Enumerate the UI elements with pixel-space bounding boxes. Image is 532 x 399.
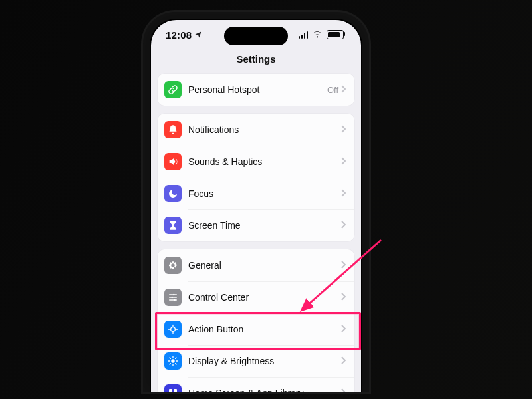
status-time-text: 12:08: [166, 29, 192, 41]
location-icon: [194, 31, 202, 39]
settings-row-screen-time[interactable]: Screen Time: [158, 209, 354, 241]
brightness-icon: [164, 352, 182, 370]
settings-row-notifications[interactable]: Notifications: [158, 114, 354, 146]
battery-icon: [327, 30, 344, 39]
settings-group: GeneralControl CenterAction ButtonDispla…: [158, 249, 354, 392]
page-title: Settings: [151, 53, 361, 71]
settings-group: Personal HotspotOff: [158, 74, 354, 106]
settings-row-label: Display & Brightness: [188, 356, 341, 366]
status-right: [299, 29, 344, 41]
stage: 12:08 Settings Personal HotspotOffNotifi…: [0, 0, 532, 399]
moon-icon: [164, 185, 182, 202]
settings-row-label: Action Button: [188, 324, 341, 334]
settings-row-control-center[interactable]: Control Center: [158, 281, 354, 313]
chevron-right-icon: [341, 323, 348, 335]
settings-row-label: Notifications: [188, 124, 341, 135]
chevron-right-icon: [341, 84, 348, 96]
chevron-right-icon: [341, 355, 348, 367]
settings-row-label: Sounds & Haptics: [188, 156, 341, 167]
settings-row-general[interactable]: General: [158, 249, 354, 281]
settings-row-home-screen-app-library[interactable]: Home Screen & App Library: [158, 377, 354, 392]
dynamic-island: [224, 27, 288, 45]
settings-row-value: Off: [327, 85, 338, 95]
settings-row-label: Focus: [188, 188, 341, 199]
wifi-icon: [312, 29, 323, 41]
settings-row-label: General: [188, 260, 341, 271]
grid-icon: [164, 384, 182, 392]
settings-list: Personal HotspotOffNotificationsSounds &…: [151, 74, 361, 392]
hourglass-icon: [164, 217, 182, 234]
chevron-right-icon: [341, 124, 348, 136]
settings-row-action-button[interactable]: Action Button: [158, 313, 354, 345]
settings-row-sounds-haptics[interactable]: Sounds & Haptics: [158, 146, 354, 178]
action-icon: [164, 321, 182, 338]
chevron-right-icon: [341, 259, 348, 271]
gear-icon: [164, 257, 182, 274]
settings-row-label: Personal Hotspot: [188, 84, 327, 95]
cell-signal-icon: [299, 31, 309, 39]
speaker-icon: [164, 153, 182, 170]
settings-row-label: Control Center: [188, 292, 341, 303]
settings-row-personal-hotspot[interactable]: Personal HotspotOff: [158, 74, 354, 106]
chevron-right-icon: [341, 387, 348, 392]
settings-row-label: Home Screen & App Library: [188, 388, 341, 392]
phone-frame: 12:08 Settings Personal HotspotOffNotifi…: [143, 12, 369, 392]
sliders-icon: [164, 289, 182, 306]
phone-bezel: 12:08 Settings Personal HotspotOffNotifi…: [150, 19, 362, 392]
status-time: 12:08: [166, 29, 202, 41]
chevron-right-icon: [341, 219, 348, 231]
settings-row-display-brightness[interactable]: Display & Brightness: [158, 345, 354, 377]
chevron-right-icon: [341, 156, 348, 168]
settings-group: NotificationsSounds & HapticsFocusScreen…: [158, 114, 354, 241]
phone-screen: 12:08 Settings Personal HotspotOffNotifi…: [151, 20, 361, 392]
settings-row-label: Screen Time: [188, 220, 341, 231]
link-icon: [164, 81, 182, 98]
chevron-right-icon: [341, 291, 348, 303]
bell-icon: [164, 121, 182, 138]
settings-row-focus[interactable]: Focus: [158, 178, 354, 209]
chevron-right-icon: [341, 188, 348, 200]
